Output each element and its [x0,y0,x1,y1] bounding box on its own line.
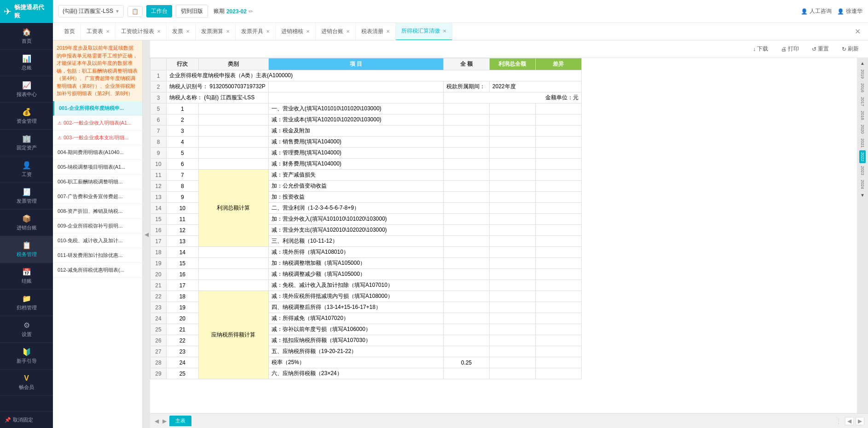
amt-23[interactable] [443,346,489,357]
user-profile[interactable]: 👤 徐逢华 [837,7,862,15]
sidebar-item-purchase[interactable]: 📦 进销台账 [0,210,53,236]
refresh-button[interactable]: ↻ 刷新 [838,43,862,55]
amt-21[interactable] [443,324,489,335]
amt-18[interactable] [443,291,489,302]
tab-payroll-stat-close[interactable]: ✕ [157,29,161,34]
download-button[interactable]: ↓ 下载 [749,43,772,55]
timeline-down-arrow[interactable]: ▼ [859,192,866,199]
sidebar-item-report[interactable]: 📈 报表中心 [0,76,53,103]
tab-invoice-calc-close[interactable]: ✕ [226,29,230,34]
amt-25[interactable] [443,368,489,379]
sidebar-item-funds[interactable]: 💰 资金管理 [0,103,53,130]
amt-16[interactable] [443,269,489,280]
amt-14[interactable] [443,247,489,258]
sheet-nav-right[interactable]: ▶ [162,418,168,424]
sidebar-item-archive[interactable]: 📁 归档管理 [0,290,53,316]
amt-24[interactable]: 0.25 [443,357,489,368]
timeline-year-2023[interactable]: 2023 [859,164,866,177]
workspace-button[interactable]: 工作台 [146,5,172,17]
amt-8[interactable] [443,181,489,192]
timeline-year-2020[interactable]: 2020 [859,123,866,136]
tab-tax-calc-close[interactable]: ✕ [443,29,446,34]
tab-purchase-ledger[interactable]: 进销台账 ✕ [316,23,356,40]
print-button[interactable]: 🖨 打印 [777,43,803,55]
amt-5[interactable] [443,148,489,159]
copy-icon-btn[interactable]: 📋 [127,6,143,17]
tab-purchase-verify-close[interactable]: ✕ [306,29,310,34]
amt-1[interactable] [443,103,489,114]
panel-collapse-button[interactable]: ◀ [143,40,150,428]
timeline-year-2017[interactable]: 2017 [859,95,866,108]
amt-7[interactable] [443,170,489,181]
tab-payroll-stat[interactable]: 工资统计报表 ✕ [116,23,167,40]
amt-15[interactable] [443,258,489,269]
amt-6[interactable] [443,159,489,170]
sheet-tab-main[interactable]: 主表 [169,416,191,426]
tab-payroll-close[interactable]: ✕ [106,29,110,34]
amt-3[interactable] [443,126,489,137]
sidebar-item-tax[interactable]: 📋 税务管理 [0,236,53,263]
form-item-005[interactable]: 005-纳税调整项目明细表(A1... [53,160,142,175]
amt-17[interactable] [443,280,489,291]
form-item-008[interactable]: 008-资产折旧、摊销及纳税... [53,204,142,219]
tab-invoice[interactable]: 发票 ✕ [167,23,196,40]
timeline-year-2021[interactable]: 2021 [859,137,866,149]
timeline-up-arrow[interactable]: ▲ [859,60,866,67]
tab-invoice-calc[interactable]: 发票测算 ✕ [196,23,236,40]
form-item-011[interactable]: 011-研发费用加计扣除优惠... [53,248,142,263]
tab-purchase-verify[interactable]: 进销稽核 ✕ [276,23,316,40]
timeline-year-2018[interactable]: 2018 [859,109,866,122]
form-item-010[interactable]: 010-免税、减计收入及加计... [53,234,142,248]
sidebar-item-member[interactable]: V 畅会员 [0,370,53,396]
sheet-scroll-left-btn[interactable]: ◀ [845,417,854,425]
tab-tax-clear-close[interactable]: ✕ [386,29,390,34]
amt-12[interactable] [443,225,489,236]
timeline-year-2024[interactable]: 2024 [859,178,866,191]
amt-2[interactable] [443,114,489,126]
sidebar-item-close[interactable]: 📅 结账 [0,263,53,290]
tab-tax-clear[interactable]: 税表清册 ✕ [356,23,396,40]
reset-button[interactable]: ↺ 重置 [808,43,833,55]
sidebar-item-settings[interactable]: ⚙ 设置 [0,316,53,343]
sidebar-item-assets[interactable]: 🏢 固定资产 [0,130,53,156]
tab-invoice-open-close[interactable]: ✕ [266,29,270,34]
sidebar-item-ledger[interactable]: 📊 总账 [0,50,53,76]
timeline-year-2019[interactable]: 2019 [859,68,866,80]
tab-invoice-open[interactable]: 发票开具 ✕ [236,23,276,40]
timeline-year-2016[interactable]: 2016 [859,81,866,94]
form-item-009[interactable]: 009-企业所得税弥补亏损明... [53,219,142,234]
sidebar-pin-toggle[interactable]: 📌 取消固定 [0,411,53,428]
form-item-004[interactable]: 004-期间费用明细表(A1040... [53,145,142,160]
amt-11[interactable] [443,214,489,225]
sheet-nav-left[interactable]: ◀ [154,418,160,424]
amt-19[interactable] [443,302,489,313]
amt-13[interactable] [443,236,489,247]
sidebar-item-payroll[interactable]: 👤 工资 [0,156,53,183]
form-item-006[interactable]: 006-职工薪酬纳税调整明细... [53,175,142,189]
form-item-001[interactable]: 001-企业所得税年度纳税申... [53,101,142,116]
close-all-tabs[interactable]: ✕ [853,25,862,38]
form-item-012[interactable]: 012-减免所得税优惠明细表(... [53,263,142,278]
amt-20[interactable] [443,313,489,324]
tab-tax-calc[interactable]: 所得税汇算清缴 ✕ [396,23,452,40]
sheet-scroll-right-btn[interactable]: ▶ [856,417,864,425]
switch-version-button[interactable]: 切到旧版 [176,5,208,18]
form-item-007[interactable]: 007-广告费和业务宣传费超... [53,189,142,204]
timeline-year-2022[interactable]: 2022 [859,150,866,163]
period-edit-icon[interactable]: ✏ [249,8,253,15]
amt-4[interactable] [443,137,489,148]
tab-purchase-ledger-close[interactable]: ✕ [346,29,350,34]
tab-invoice-close[interactable]: ✕ [186,29,190,34]
customer-service[interactable]: 👤 人工咨询 [801,7,832,15]
sidebar-item-invoice[interactable]: 🧾 发票管理 [0,183,53,210]
form-item-003[interactable]: 003-一般企业成本支出明细... [53,131,142,145]
tab-home[interactable]: 首页 [58,23,81,40]
sidebar-item-guide[interactable]: 🔰 新手引导 [0,343,53,370]
amt-10[interactable] [443,203,489,214]
tab-payroll[interactable]: 工资表 ✕ [81,23,116,40]
company-selector[interactable]: (勾副) 江西服宝-LSS ▼ [58,5,124,17]
amt-9[interactable] [443,192,489,203]
amt-22[interactable] [443,335,489,346]
sidebar-item-home[interactable]: 🏠 首页 [0,23,53,50]
form-item-002[interactable]: 002-一般企业收入明细表(A1... [53,116,142,131]
